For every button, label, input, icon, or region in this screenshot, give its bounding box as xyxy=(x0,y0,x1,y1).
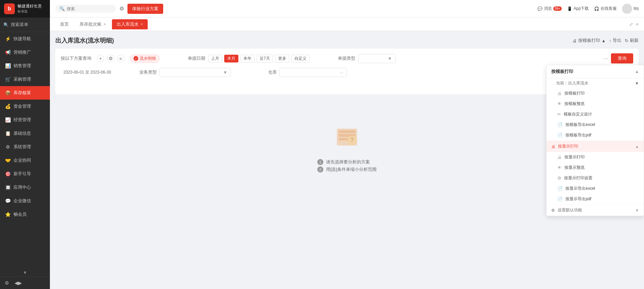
dropdown-display-preview[interactable]: 👁 按显示预览 xyxy=(547,162,644,173)
print-template-btn[interactable]: 🖨 按模板打印 ▲ xyxy=(573,37,606,44)
tab-maximize-btn[interactable]: ⤢ xyxy=(629,22,633,27)
dropdown-default-func[interactable]: ⚙ 设置默认功能 ▼ xyxy=(547,205,644,216)
app-download-btn[interactable]: 📱 App下载 xyxy=(567,6,589,11)
default-func-icon: ⚙ xyxy=(551,208,555,213)
date-btn-last-month[interactable]: 上月 xyxy=(208,55,222,62)
print-btn-chevron: ▲ xyxy=(602,38,606,43)
sidebar-item-system[interactable]: ⚙ 系统管理 xyxy=(0,140,50,154)
sidebar-item-inventory[interactable]: 📦 库存核算 xyxy=(0,86,50,100)
dropdown-collapse-icon[interactable]: ▲ xyxy=(635,69,639,74)
tab-flow[interactable]: 出入库流水 × xyxy=(112,19,148,29)
sidebar-scroll-down[interactable]: ▼ xyxy=(0,269,50,277)
filter-tag-icon: ✓ xyxy=(134,56,138,61)
filter-add-btn[interactable]: + xyxy=(97,55,104,62)
sidebar-item-app-center[interactable]: 🔲 应用中心 xyxy=(0,181,50,194)
tab-home[interactable]: 首页 xyxy=(55,19,74,29)
sidebar-item-operation[interactable]: 📈 经营管理 xyxy=(0,113,50,127)
display-section-chevron: ▲ xyxy=(635,144,639,149)
trial-btn[interactable]: 体验行业方案 xyxy=(127,4,163,14)
tab-close-all-btn[interactable]: × xyxy=(636,22,639,27)
tab-home-label: 首页 xyxy=(60,21,69,27)
filter-collapse-left-btn[interactable]: « xyxy=(117,55,124,62)
tab-batch-account-close[interactable]: × xyxy=(104,22,106,27)
tab-batch-account[interactable]: 库存批次账 × xyxy=(75,19,111,29)
sidebar-item-marketing[interactable]: 📢 营销推广 xyxy=(0,46,50,59)
topbar: 🔍 ⚙ 体验行业方案 💬 消息 99+ 📱 App下载 🎧 在线客服 Rit xyxy=(50,0,644,18)
message-icon: 💬 xyxy=(537,6,543,11)
date-range-value: 2023-06-01 至 2023-06-30 xyxy=(63,70,111,75)
dropdown-template-custom[interactable]: ✏ 模板自定义设计 xyxy=(547,109,644,120)
finance-icon: 💰 xyxy=(5,104,11,109)
display-preview-icon: 👁 xyxy=(557,165,562,170)
wechat-icon: 💬 xyxy=(5,198,11,204)
sidebar-item-member[interactable]: ⭐ 畅会员 xyxy=(0,208,50,221)
sidebar-item-wechat[interactable]: 💬 企业微信 xyxy=(0,194,50,208)
template-excel-label: 按模板导出excel xyxy=(565,122,595,128)
sidebar-item-sales[interactable]: 📊 销售管理 xyxy=(0,59,50,73)
dropdown-template-excel[interactable]: 📄 按模板导出excel xyxy=(547,120,644,130)
sidebar-item-guide[interactable]: 🎯 新手引导 xyxy=(0,167,50,181)
topbar-search-box[interactable]: 🔍 xyxy=(55,5,116,12)
display-pdf-icon: 📄 xyxy=(557,196,563,202)
tip-text-1: 请先选择要分析的方案 xyxy=(326,159,370,165)
sidebar-label-system: 系统管理 xyxy=(13,144,31,150)
refresh-btn[interactable]: ↻ 刷新 xyxy=(625,37,639,44)
user-area[interactable]: Rit xyxy=(622,4,639,14)
sidebar-item-quick-nav[interactable]: ⚡ 快捷导航 xyxy=(0,32,50,46)
purchase-icon: 🛒 xyxy=(5,77,11,82)
dropdown-display-print[interactable]: 🖨 按显示打印 xyxy=(547,152,644,162)
warehouse-select[interactable]: ··· xyxy=(280,68,347,77)
print-dropdown-panel: 按模板打印 ▲ 当前：出入库流水 ▼ 🖨 按模板打印 👁 按模板预览 xyxy=(546,65,644,216)
main-area: 🔍 ⚙ 体验行业方案 💬 消息 99+ 📱 App下载 🎧 在线客服 Rit xyxy=(50,0,644,289)
biz-type-group: 业务类型 ▼ xyxy=(130,68,231,77)
template-custom-label: 模板自定义设计 xyxy=(564,111,592,117)
dropdown-template-preview[interactable]: 👁 按模板预览 xyxy=(547,99,644,109)
date-btn-more[interactable]: 更多 xyxy=(275,55,289,62)
dropdown-chevrons: ▲ xyxy=(635,69,639,74)
sidebar-collapse-icon[interactable]: ◀▶ xyxy=(14,280,22,286)
dropdown-display-pdf[interactable]: 📄 按显示导出pdf xyxy=(547,194,644,204)
tab-flow-close[interactable]: × xyxy=(141,22,143,27)
dropdown-template-print[interactable]: 🖨 按模板打印 xyxy=(547,88,644,99)
doc-type-select[interactable]: ▼ xyxy=(358,54,396,63)
filter-settings-btn[interactable]: ⚙ xyxy=(107,55,114,62)
sidebar-item-finance[interactable]: 💰 资金管理 xyxy=(0,100,50,113)
dropdown-current-text: 当前：出入库流水 xyxy=(556,80,588,86)
biz-type-select[interactable]: ▼ xyxy=(159,68,231,77)
doc-type-group: 单据类型 ▼ xyxy=(328,54,396,63)
display-settings-label: 按显示打印设置 xyxy=(564,175,592,181)
date-btn-this-year[interactable]: 本年 xyxy=(240,55,255,62)
topbar-gear-icon[interactable]: ⚙ xyxy=(119,5,124,12)
sidebar-item-purchase[interactable]: 🛒 采购管理 xyxy=(0,73,50,86)
sidebar-item-basic[interactable]: 📋 基础信息 xyxy=(0,127,50,140)
query-btn[interactable]: 查询 xyxy=(611,53,633,63)
online-service-btn[interactable]: 🎧 在线客服 xyxy=(594,6,617,11)
sidebar-item-enterprise[interactable]: 🤝 企业协同 xyxy=(0,154,50,167)
page-actions: 🖨 按模板打印 ▲ ↑ 导出 ↻ 刷新 xyxy=(573,37,639,44)
message-btn[interactable]: 💬 消息 99+ xyxy=(537,6,562,11)
operation-icon: 📈 xyxy=(5,117,11,123)
date-btn-custom[interactable]: 自定义 xyxy=(291,55,310,62)
date-label: 单据日期 xyxy=(178,55,205,61)
more-options-icon[interactable]: ··· xyxy=(603,55,608,62)
dropdown-template-pdf[interactable]: 📄 按模板导出pdf xyxy=(547,130,644,140)
search-menu-label: 搜索菜单 xyxy=(11,22,28,28)
sidebar-label-marketing: 营销推广 xyxy=(13,49,31,55)
empty-tips: 1 请先选择要分析的方案 2 用[选]条件来缩小分析范围 xyxy=(317,158,377,174)
enterprise-icon: 🤝 xyxy=(5,158,11,163)
tip-text-2: 用[选]条件来缩小分析范围 xyxy=(326,166,377,173)
dropdown-display-settings[interactable]: ⚙ 按显示打印设置 xyxy=(547,173,644,183)
display-print-header[interactable]: 🖨 按显示打印 ▲ xyxy=(547,141,644,152)
export-btn-label: 导出 xyxy=(613,37,621,44)
sidebar-settings-icon[interactable]: ⚙ xyxy=(5,280,9,286)
filter-flow-tag-label: 流水明细 xyxy=(140,56,156,61)
topbar-search-input[interactable] xyxy=(67,6,100,11)
export-btn[interactable]: ↑ 导出 xyxy=(609,37,622,44)
svg-rect-1 xyxy=(339,130,355,133)
filter-query-label: 按以下方案查询 xyxy=(61,55,91,61)
date-btn-this-month[interactable]: 本月 xyxy=(224,55,238,62)
dropdown-display-excel[interactable]: 📄 按显示导出excel xyxy=(547,183,644,194)
search-menu-button[interactable]: 🔍 搜索菜单 xyxy=(3,20,47,29)
date-btn-7days[interactable]: 近7天 xyxy=(257,55,273,62)
filter-flow-tag[interactable]: ✓ 流水明细 xyxy=(130,55,159,62)
